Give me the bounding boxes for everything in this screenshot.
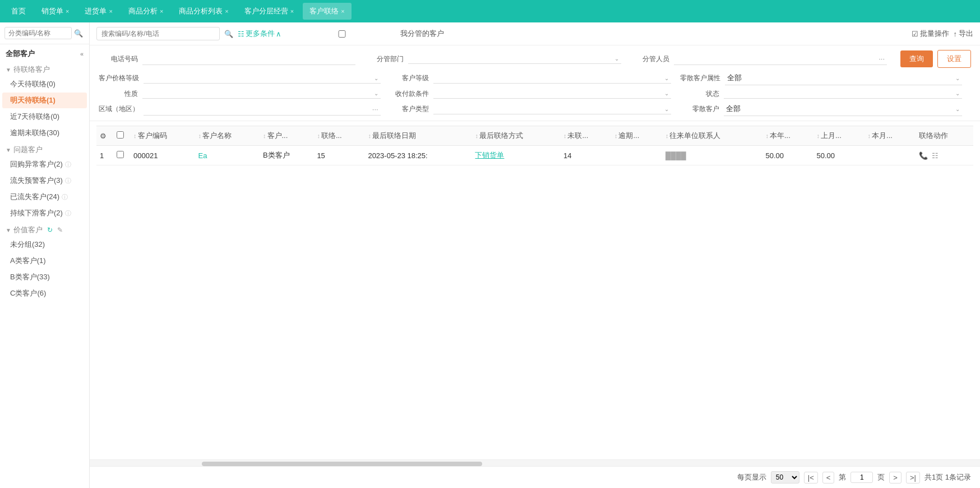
sort-icon-this-year: ↕ [765, 132, 769, 139]
last-page-btn[interactable]: >| [906, 472, 920, 484]
customer-level-select[interactable]: ⌄ [433, 73, 672, 84]
col-contact-person[interactable]: ↕往来单位联系人 [662, 126, 762, 146]
more-filter-btn[interactable]: ☷ 更多条件 ∧ [238, 29, 281, 39]
batch-op-btn[interactable]: ☑ 批量操作 [912, 29, 949, 39]
phone-input[interactable] [142, 53, 355, 65]
price-level-select[interactable]: ⌄ [144, 73, 381, 84]
filter-cell-retail-customer: 零散客户 全部 ⌄ [680, 102, 971, 116]
query-btn[interactable]: 查询 [900, 50, 933, 67]
region-select[interactable]: ··· [144, 103, 381, 116]
cell-action[interactable]: 📞 ☷ [916, 146, 973, 165]
cell-last-date: 2023-05-23 18:25: [364, 146, 471, 165]
col-last-method[interactable]: ↕最后联络方式 [471, 126, 560, 146]
sidebar-item-overdue-contact[interactable]: 逾期未联络(30) [2, 125, 87, 141]
prev-page-btn[interactable]: < [822, 472, 835, 484]
search-bar: 🔍 ☷ 更多条件 ∧ 我分管的客户 ☑ 批量操作 ↑ 导出 [90, 22, 980, 45]
sort-icon-code: ↕ [133, 132, 137, 139]
action-phone-icon[interactable]: 📞 [919, 151, 928, 160]
nav-purchase-close[interactable]: × [109, 8, 112, 15]
search-icon-btn[interactable]: 🔍 [224, 30, 233, 38]
retail-attr-select[interactable]: 全部 ⌄ [725, 71, 962, 85]
col-this-year[interactable]: ↕本年... [762, 126, 813, 146]
nav-goods-analysis-list-close[interactable]: × [225, 8, 228, 15]
cell-checkbox[interactable] [113, 146, 130, 165]
nav-customer-segmentation-close[interactable]: × [290, 8, 294, 15]
nature-label: 性质 [99, 89, 138, 99]
repurchase-abnormal-label: 回购异常客户(2) [10, 159, 63, 169]
sort-icon-contact-person: ↕ [665, 132, 669, 139]
col-this-month[interactable]: ↕本月... [865, 126, 916, 146]
col-code[interactable]: ↕客户编码 [130, 126, 195, 146]
batch-op-label: 批量操作 [920, 29, 949, 39]
nature-select[interactable]: ⌄ [142, 89, 381, 99]
page-unit: 页 [877, 472, 885, 482]
nav-customer-contact-close[interactable]: × [341, 8, 344, 15]
nav-goods-analysis-close[interactable]: × [160, 8, 163, 15]
manager-dots-icon[interactable]: ··· [879, 54, 885, 63]
col-type[interactable]: ↕客户... [260, 126, 313, 146]
retail-customer-select[interactable]: 全部 ⌄ [724, 102, 962, 116]
nav-customer-segmentation[interactable]: 客户分层经营 × [238, 3, 301, 20]
select-all-checkbox[interactable] [117, 131, 124, 139]
col-unlink[interactable]: ↕未联... [560, 126, 611, 146]
col-last-month[interactable]: ↕上月... [813, 126, 865, 146]
col-settings[interactable]: ⚙ [96, 126, 113, 146]
sidebar-item-week-contact[interactable]: 近7天待联络(0) [2, 109, 87, 125]
scrollbar-thumb[interactable] [202, 462, 482, 466]
nav-purchase[interactable]: 进货单 × [78, 3, 119, 20]
sidebar-item-ungrouped[interactable]: 未分组(32) [2, 237, 87, 252]
cell-seq: 1 [96, 146, 113, 165]
value-customer-refresh-icon[interactable]: ↻ [47, 226, 53, 234]
nav-goods-analysis-list[interactable]: 商品分析列表 × [172, 3, 235, 20]
page-input[interactable] [850, 472, 873, 483]
row-checkbox[interactable] [117, 151, 124, 158]
sidebar-item-today-contact[interactable]: 今天待联络(0) [2, 76, 87, 92]
contact-method-link[interactable]: 下销货单 [475, 151, 504, 159]
filter-cell-region: 区域（地区） ··· [99, 103, 390, 116]
page-size-select[interactable]: 50 100 200 [771, 471, 799, 484]
my-customer-checkbox-label[interactable]: 我分管的客户 [286, 29, 444, 39]
sidebar-search-input[interactable] [4, 27, 72, 39]
dept-select[interactable]: ⌄ [408, 54, 621, 64]
group-problem-customer[interactable]: ▼ 问题客户 [0, 141, 89, 156]
col-overdue[interactable]: ↕逾期... [611, 126, 662, 146]
all-customers-header[interactable]: 全部客户 « [0, 44, 89, 61]
sidebar-item-churn-warning[interactable]: 流失预警客户(3) ⓘ [2, 173, 87, 188]
manager-select[interactable]: ··· [674, 53, 887, 65]
status-select[interactable]: ⌄ [724, 89, 962, 99]
next-page-btn[interactable]: > [889, 472, 902, 484]
region-dots-icon[interactable]: ··· [372, 105, 378, 113]
sidebar-search-icon[interactable]: 🔍 [74, 29, 83, 38]
col-name[interactable]: ↕客户名称 [195, 126, 260, 146]
search-input[interactable] [96, 27, 220, 40]
setting-btn[interactable]: 设置 [937, 50, 971, 68]
group-pending-contact[interactable]: ▼ 待联络客户 [0, 61, 89, 76]
sidebar-item-class-b[interactable]: B类客户(33) [2, 269, 87, 285]
first-page-btn[interactable]: |< [804, 472, 818, 484]
cell-last-method[interactable]: 下销货单 [471, 146, 560, 165]
nav-customer-contact[interactable]: 客户联络 × [303, 3, 351, 20]
sidebar-item-class-c[interactable]: C类客户(6) [2, 286, 87, 301]
status-arrow-icon: ⌄ [955, 90, 960, 96]
sidebar-item-class-a[interactable]: A类客户(1) [2, 253, 87, 269]
sidebar-item-repurchase-abnormal[interactable]: 回购异常客户(2) ⓘ [2, 156, 87, 172]
horizontal-scrollbar[interactable] [90, 459, 980, 466]
nav-home[interactable]: 首页 [4, 3, 33, 20]
value-customer-edit-icon[interactable]: ✎ [57, 226, 63, 234]
export-btn[interactable]: ↑ 导出 [954, 29, 974, 39]
col-last-date[interactable]: ↕最后联络日期 [364, 126, 471, 146]
nav-sales-close[interactable]: × [66, 8, 69, 15]
action-grid-icon[interactable]: ☷ [932, 151, 939, 160]
sidebar-item-tomorrow-contact[interactable]: 明天待联络(1) [2, 93, 87, 108]
sidebar-item-declining[interactable]: 持续下滑客户(2) ⓘ [2, 205, 87, 221]
payment-select[interactable]: ⌄ [433, 89, 672, 99]
customer-type-select[interactable]: ⌄ [433, 104, 672, 114]
nav-goods-analysis[interactable]: 商品分析 × [122, 3, 170, 20]
sidebar-item-churned[interactable]: 已流失客户(24) ⓘ [2, 189, 87, 205]
main-content: 🔍 ☷ 更多条件 ∧ 我分管的客户 ☑ 批量操作 ↑ 导出 [90, 22, 980, 488]
dept-arrow-icon: ⌄ [614, 56, 619, 62]
my-customer-checkbox[interactable] [286, 30, 398, 38]
col-contact-num[interactable]: ↕联络... [313, 126, 364, 146]
nav-sales[interactable]: 销货单 × [35, 3, 76, 20]
group-value-customer[interactable]: ▼ 价值客户 ↻ ✎ [0, 222, 89, 236]
